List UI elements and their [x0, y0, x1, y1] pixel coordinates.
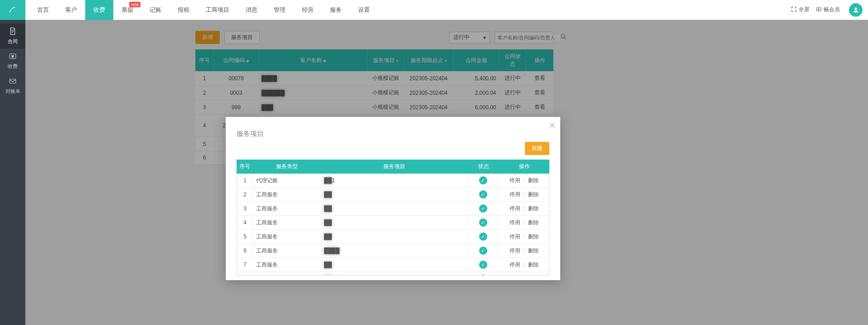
disable-link[interactable]: 停用 — [508, 233, 522, 240]
op-separator — [524, 192, 524, 197]
sidebar-label: 合同 — [8, 39, 18, 44]
mcell-project: ██ — [321, 189, 467, 200]
sidebar-item-收费[interactable]: ¥收费 — [0, 49, 25, 73]
mcell-op: 停用删除 — [499, 244, 549, 257]
mcell-type: 工商服务 — [253, 202, 321, 215]
top-nav: 首页客户收费票据new记账报税工商项目消息管理经营服务设置 — [29, 0, 378, 20]
delete-link[interactable]: 删除 — [526, 247, 541, 254]
mcell-op: 停用删除 — [499, 230, 549, 243]
mcell-status: ✓ — [467, 244, 499, 257]
mcell-type: 工商服务 — [253, 230, 321, 243]
op-separator — [524, 234, 524, 239]
disable-link[interactable]: 停用 — [508, 205, 522, 212]
nav-item-11[interactable]: 设置 — [350, 0, 378, 20]
disable-link[interactable]: 停用 — [508, 191, 522, 198]
mcell-status: ✓ — [467, 216, 499, 229]
nav-item-0[interactable]: 首页 — [29, 0, 57, 20]
topbar-right: 全屏 畅会员 — [791, 3, 868, 17]
delete-link[interactable]: 删除 — [526, 219, 541, 226]
member-label: 畅会员 — [824, 6, 840, 14]
modal-table-header: 序号 服务类型 服务项目 状态 操作 — [237, 160, 549, 174]
mcell-type: 工商服务 — [253, 216, 321, 229]
check-icon: ✓ — [479, 218, 487, 227]
mcell-status: ✓ — [467, 174, 499, 187]
mcell-op: 停用删除 — [499, 272, 549, 276]
nav-item-6[interactable]: 工商项目 — [198, 0, 238, 20]
disable-link[interactable]: 停用 — [508, 219, 522, 226]
op-separator — [524, 262, 524, 267]
fullscreen-icon — [791, 6, 797, 14]
member-button[interactable]: 畅会员 — [816, 6, 840, 14]
disable-link[interactable]: 停用 — [508, 262, 522, 268]
modal-row: 2工商服务██✓停用删除 — [237, 188, 549, 202]
nav-item-3[interactable]: 票据new — [113, 0, 141, 20]
mcell-idx: 2 — [237, 189, 253, 200]
modal-new-button[interactable]: 新建 — [525, 142, 549, 155]
op-separator — [524, 220, 524, 225]
mcell-idx: 4 — [237, 217, 253, 228]
mcell-project: ██ — [321, 203, 467, 214]
user-avatar[interactable] — [849, 3, 863, 17]
nav-item-5[interactable]: 报税 — [170, 0, 198, 20]
modal-row: 5工商服务██✓停用删除 — [237, 230, 549, 244]
mcell-project: ██1 — [321, 175, 467, 186]
delete-link[interactable]: 删除 — [526, 191, 541, 198]
play-icon — [816, 6, 822, 14]
nav-item-10[interactable]: 服务 — [322, 0, 350, 20]
col-operation: 操作 — [499, 160, 549, 174]
mcell-type: 工商服务 — [253, 272, 321, 276]
modal-row: 1代理记账██1✓停用删除 — [237, 174, 549, 188]
modal-title: 服务项目 — [226, 117, 560, 142]
nav-item-2[interactable]: 收费 — [85, 0, 113, 20]
mcell-op: 停用删除 — [499, 216, 549, 229]
check-icon: ✓ — [479, 204, 487, 213]
delete-link[interactable]: 删除 — [526, 177, 541, 184]
service-project-modal: ✕ 服务项目 新建 序号 服务类型 服务项目 状态 操作 1代理记账██1✓停用… — [226, 117, 560, 280]
nav-item-7[interactable]: 消息 — [238, 0, 266, 20]
svg-point-1 — [854, 7, 857, 10]
svg-text:¥: ¥ — [12, 54, 14, 58]
disable-link[interactable]: 停用 — [508, 177, 522, 184]
mcell-op: 停用删除 — [499, 258, 549, 272]
disable-link[interactable]: 停用 — [508, 276, 522, 276]
mcell-idx: 8 — [237, 273, 253, 276]
sidebar-label: 收费 — [8, 63, 18, 69]
mcell-type: 工商服务 — [253, 258, 321, 272]
mcell-type: 工商服务 — [253, 244, 321, 257]
mcell-project: ██注册 — [321, 272, 467, 276]
delete-link[interactable]: 删除 — [526, 276, 541, 276]
svg-rect-4 — [10, 79, 16, 83]
sidebar-item-对账单[interactable]: 对账单 — [0, 73, 25, 98]
mcell-project: ██ — [321, 259, 467, 271]
nav-item-1[interactable]: 客户 — [57, 0, 85, 20]
new-badge: new — [129, 2, 141, 7]
mcell-status: ✓ — [467, 272, 499, 276]
check-icon: ✓ — [479, 233, 487, 241]
modal-close-button[interactable]: ✕ — [549, 121, 556, 131]
delete-link[interactable]: 删除 — [526, 205, 541, 212]
mcell-idx: 3 — [237, 203, 253, 214]
check-icon: ✓ — [479, 247, 487, 255]
nav-item-8[interactable]: 管理 — [266, 0, 294, 20]
mcell-project: ████ — [321, 245, 467, 257]
mcell-idx: 6 — [237, 245, 253, 257]
disable-link[interactable]: 停用 — [508, 247, 522, 254]
app-logo[interactable] — [0, 0, 25, 20]
fullscreen-button[interactable]: 全屏 — [791, 6, 810, 14]
modal-row: 8工商服务██注册✓停用删除 — [237, 272, 549, 276]
sidebar-label: 对账单 — [5, 88, 20, 94]
mcell-status: ✓ — [467, 202, 499, 215]
delete-link[interactable]: 删除 — [526, 233, 541, 240]
check-icon: ✓ — [479, 261, 487, 269]
nav-item-4[interactable]: 记账 — [141, 0, 170, 20]
sidebar-item-合同[interactable]: 合同 — [0, 24, 25, 49]
nav-item-9[interactable]: 经营 — [294, 0, 322, 20]
mcell-status: ✓ — [467, 258, 499, 272]
modal-row: 3工商服务██✓停用删除 — [237, 202, 549, 216]
mcell-op: 停用删除 — [499, 202, 549, 215]
check-icon: ✓ — [479, 190, 487, 199]
mcell-idx: 7 — [237, 259, 253, 271]
modal-table-body[interactable]: 1代理记账██1✓停用删除2工商服务██✓停用删除3工商服务██✓停用删除4工商… — [237, 174, 549, 276]
delete-link[interactable]: 删除 — [526, 262, 541, 268]
col-status: 状态 — [468, 160, 499, 174]
